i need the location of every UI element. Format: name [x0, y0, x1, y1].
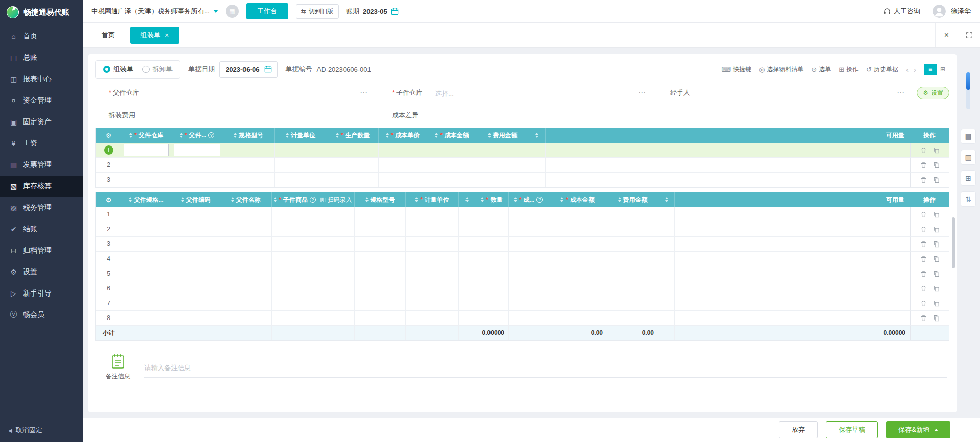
- cost-difference-input[interactable]: [435, 112, 634, 122]
- sidebar-item-member[interactable]: Ⓥ畅会员: [0, 304, 83, 326]
- table-cell[interactable]: [272, 207, 355, 222]
- tool-pick[interactable]: ⊙选单: [811, 65, 831, 74]
- table-cell[interactable]: [509, 222, 548, 237]
- table-cell[interactable]: [509, 296, 548, 311]
- table-cell[interactable]: [658, 266, 675, 281]
- table-cell[interactable]: [121, 296, 172, 311]
- table-cell[interactable]: [220, 296, 272, 311]
- radio-assembly[interactable]: 组装单: [103, 65, 133, 74]
- sidebar-item-funds[interactable]: ¤资金管理: [0, 90, 83, 111]
- copy-row-icon[interactable]: [933, 241, 940, 248]
- table-cell[interactable]: [607, 237, 658, 252]
- copy-row-icon[interactable]: [933, 226, 940, 233]
- table-cell[interactable]: [406, 237, 459, 252]
- delete-row-icon[interactable]: [920, 211, 927, 218]
- table-cell[interactable]: [272, 296, 355, 311]
- table-cell[interactable]: [406, 222, 459, 237]
- table-cell[interactable]: [548, 266, 607, 281]
- table-cell[interactable]: [275, 173, 327, 187]
- tab-home[interactable]: 首页: [91, 27, 125, 44]
- child-warehouse-input[interactable]: [435, 90, 634, 100]
- table-cell[interactable]: [355, 222, 406, 237]
- table-cell[interactable]: [121, 173, 172, 187]
- table-cell[interactable]: [509, 281, 548, 296]
- table-cell[interactable]: [220, 207, 272, 222]
- delete-row-icon[interactable]: [920, 226, 927, 233]
- parent-table-column-header[interactable]: *父件仓库: [121, 128, 172, 143]
- copy-row-icon[interactable]: [933, 147, 940, 154]
- table-cell[interactable]: [475, 252, 509, 266]
- table-cell[interactable]: [427, 158, 477, 173]
- table-cell[interactable]: [658, 296, 675, 311]
- table-cell[interactable]: [172, 311, 220, 326]
- table-cell[interactable]: [548, 222, 607, 237]
- scan-entry-button[interactable]: 扫码录入: [320, 195, 352, 204]
- table-cell[interactable]: [272, 222, 355, 237]
- table-cell[interactable]: [477, 173, 528, 187]
- table-cell[interactable]: [459, 237, 475, 252]
- column-settings-icon[interactable]: ⚙: [96, 192, 121, 207]
- table-cell[interactable]: [355, 281, 406, 296]
- tab-assembly-order[interactable]: 组装单 ×: [130, 27, 179, 44]
- copy-row-icon[interactable]: [933, 162, 940, 168]
- table-cell[interactable]: [172, 266, 220, 281]
- table-cell[interactable]: [509, 311, 548, 326]
- table-scrollbar[interactable]: [952, 217, 955, 268]
- sidebar-item-reports[interactable]: ◫报表中心: [0, 68, 83, 90]
- table-cell[interactable]: [658, 237, 675, 252]
- sidebar-item-invoice[interactable]: ▦发票管理: [0, 154, 83, 176]
- slider-thumb[interactable]: [966, 72, 970, 90]
- table-cell[interactable]: [172, 143, 223, 158]
- table-cell[interactable]: [509, 266, 548, 281]
- table-cell[interactable]: [607, 222, 658, 237]
- parent-table-column-header[interactable]: *父件...?: [172, 128, 223, 143]
- table-cell[interactable]: [548, 237, 607, 252]
- parent-table-column-header[interactable]: *生产数量: [327, 128, 379, 143]
- parent-table-column-header[interactable]: 计量单位: [275, 128, 327, 143]
- support-link[interactable]: 人工咨询: [883, 7, 920, 16]
- assembly-fee-input[interactable]: [152, 112, 356, 122]
- child-table-column-header[interactable]: *子件商品?扫码录入: [272, 192, 355, 207]
- table-cell[interactable]: [475, 237, 509, 252]
- delete-row-icon[interactable]: [920, 177, 927, 183]
- table-cell[interactable]: [355, 296, 406, 311]
- table-cell[interactable]: [475, 266, 509, 281]
- table-cell[interactable]: [121, 281, 172, 296]
- sidebar-item-ledger[interactable]: ▤总账: [0, 47, 83, 68]
- parent-table-column-header[interactable]: 费用金额: [477, 128, 528, 143]
- table-cell[interactable]: [121, 266, 172, 281]
- delete-row-icon[interactable]: [920, 256, 927, 262]
- table-cell[interactable]: [509, 252, 548, 266]
- table-cell[interactable]: [272, 252, 355, 266]
- table-cell[interactable]: [272, 311, 355, 326]
- sidebar-item-closing[interactable]: ✔结账: [0, 218, 83, 240]
- parent-table-column-header[interactable]: *成本单价: [379, 128, 427, 143]
- table-cell[interactable]: [406, 311, 459, 326]
- table-cell[interactable]: [121, 237, 172, 252]
- table-cell[interactable]: [379, 143, 427, 158]
- table-cell[interactable]: [607, 266, 658, 281]
- rail-receipt-button[interactable]: ▥: [961, 150, 976, 165]
- table-cell[interactable]: [475, 296, 509, 311]
- table-cell[interactable]: [477, 143, 528, 158]
- table-cell[interactable]: [548, 207, 607, 222]
- sidebar-item-tax[interactable]: ▨税务管理: [0, 197, 83, 218]
- sidebar-item-home[interactable]: ⌂首页: [0, 26, 83, 47]
- table-cell[interactable]: [172, 158, 223, 173]
- table-cell[interactable]: [220, 252, 272, 266]
- tab-close-icon[interactable]: ×: [165, 32, 169, 39]
- table-cell[interactable]: [223, 143, 275, 158]
- table-cell[interactable]: [548, 281, 607, 296]
- table-cell[interactable]: [220, 237, 272, 252]
- tool-actions[interactable]: ⊞操作: [839, 65, 859, 74]
- table-cell[interactable]: [459, 311, 475, 326]
- tool-hotkeys[interactable]: ⌨快捷键: [721, 65, 751, 74]
- workbench-button[interactable]: 工作台: [246, 3, 288, 19]
- copy-row-icon[interactable]: [933, 300, 940, 307]
- table-cell[interactable]: [475, 222, 509, 237]
- table-cell[interactable]: [459, 281, 475, 296]
- sidebar-item-settings[interactable]: ⚙设置: [0, 261, 83, 283]
- add-row-button[interactable]: +: [104, 145, 113, 155]
- switch-old-version-button[interactable]: ⇆ 切到旧版: [296, 4, 339, 19]
- table-cell[interactable]: [658, 252, 675, 266]
